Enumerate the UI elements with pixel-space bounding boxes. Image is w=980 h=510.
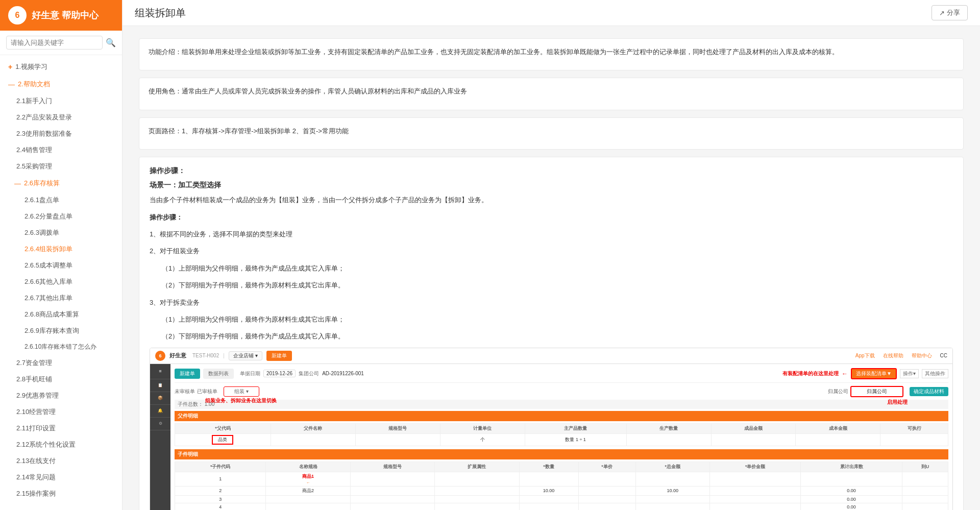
share-button[interactable]: ↗ 分享 [932,5,968,20]
ss-help-label: 在线帮助 [883,352,903,359]
ss-company-label: 归属公司 [828,388,848,395]
screenshot-container: 6 好生意 TEST-H002 | 企业店铺 ▾ 新建单 App下载 在线帮助 … [150,348,953,510]
scene1-desc: 当由多个子件材料组装成一个成品的业务为【组装】业务，当由一个父件拆分成多个子产品… [150,194,953,206]
step-1: 1、根据不同的业务，选择不同单据的类型来处理 [150,228,953,240]
sidebar-item-2-6-4[interactable]: 2.6.4组装拆卸单 [0,241,122,257]
content-body: 功能介绍：组装拆卸单用来处理企业组装或拆卸等加工业务，支持有固定装配清单的产品加… [122,26,980,510]
ss-upper-table: *父代码 父件名称 规格型号 计量单位 主产品数量 生产数量 成品金额 成本金额 [175,423,948,446]
table-row: 2 商品2 10.00 10.00 0.00 [175,486,948,495]
ss-sub-row2-c4 [435,486,519,495]
ss-sidebar: ≡ 📋 📦 🔔 ⚙ [150,364,170,510]
ss-store-select[interactable]: 企业店铺 ▾ [229,351,262,360]
step-3: 3、对于拆卖业务 [150,297,953,308]
sidebar-item-2-9[interactable]: 2.9优惠券管理 [0,387,122,404]
sidebar-item-2-8[interactable]: 2.8手机旺铺 [0,371,122,387]
sidebar-item-2-11[interactable]: 2.11打印设置 [0,420,122,436]
ss-group-label: 集团公司 [299,370,319,377]
ss-sub-row1-c7 [635,472,709,486]
ss-sys-code: TEST-H002 [192,353,219,358]
ss-parent-exec-cell [880,433,948,446]
ss-tab-list[interactable]: 数据列表 [203,369,234,379]
sidebar-item-2-14[interactable]: 2.14常见问题 [0,469,122,485]
sidebar-item-2-6-3[interactable]: 2.6.3调拨单 [0,225,122,241]
ss-sub-row2-c8 [709,486,800,495]
sidebar-item-docs[interactable]: — 2.帮助文档 [0,76,122,93]
sidebar-item-2-6-2[interactable]: 2.6.2分量盘点单 [0,208,122,225]
annotation-enable: 启用处理 [887,399,908,405]
table-row: 品类 个 数量 1 ÷ 1 [175,433,948,446]
sidebar-item-2-4[interactable]: 2.4销售管理 [0,142,122,158]
sidebar-item-2-15[interactable]: 2.15操作案例 [0,485,122,502]
ss-company-input[interactable]: 归属公司 [850,386,903,397]
sidebar-item-video[interactable]: + 1.视频学习 [0,58,122,76]
sidebar-item-2-2[interactable]: 2.2产品安装及登录 [0,109,122,126]
ss-sub-row2-c7: 10.00 [635,486,709,495]
ss-parent-name-cell [271,433,355,446]
ss-sub-col-4: 扩展属性 [435,462,519,472]
info-text-3: 页面路径：1、库存核算->库存管理->组装拆卸单 2、首页->常用功能 [149,125,954,137]
sidebar-item-2-6-7[interactable]: 2.6.7其他出库单 [0,290,122,306]
annotation-arrow-1: ← [842,370,848,377]
ss-sub-row2-c5: 10.00 [519,486,578,495]
ss-upper-section-header: 父件明细 [175,411,948,421]
ss-app-label: App下载 [855,352,875,359]
ss-sub-row2-c2: 商品2 [266,486,350,495]
ss-parent-qty2-cell [626,433,711,446]
topbar: 组装拆卸单 ↗ 分享 [122,0,980,26]
sidebar-item-label: 1.视频学习 [15,62,47,71]
sidebar-item-2-6-6[interactable]: 2.6.6其他入库单 [0,274,122,290]
ss-parent-qty1-cell: 数量 1 ÷ 1 [525,433,626,446]
ss-date-value[interactable]: 2019-12-26 [263,370,296,377]
sidebar-item-2-6-8[interactable]: 2.6.8商品成本重算 [0,306,122,323]
ss-tab-reviewed: 已审核单 [197,388,217,395]
sidebar-item-2-6-1[interactable]: 2.6.1盘点单 [0,192,122,208]
sidebar-item-2-10[interactable]: 2.10经营管理 [0,404,122,420]
ss-select-bom-btn[interactable]: 选择装配清单▼ [851,368,897,379]
ss-action-btn-1[interactable]: 操作▾ [900,369,919,378]
ss-parent-code-cell[interactable]: 品类 [212,435,233,445]
sidebar-item-2-7[interactable]: 2.7资金管理 [0,355,122,371]
info-text-1: 功能介绍：组装拆卸单用来处理企业组装或拆卸等加工业务，支持有固定装配清单的产品加… [149,46,954,58]
sidebar-item-2-6[interactable]: — 2.6库存核算 [0,175,122,192]
ss-sub-col-1: *子件代码 [175,462,266,472]
ss-col-1: *父代码 [175,423,271,433]
ss-col-7: 成品金额 [711,423,796,433]
ss-col-9: 可执行 [880,423,948,433]
sidebar-item-2-6-10[interactable]: 2.6.10库存账本错了怎么办 [0,339,122,355]
ss-tab-unreviewed: 未审核单 [175,388,195,395]
ss-action-btn-2[interactable]: 其他操作 [922,369,948,378]
info-text-2: 使用角色：通常由生产人员或库管人员完成拆装业务的操作，库管人员确认原材料的出库和… [149,85,954,97]
sidebar-header: 6 好生意 帮助中心 [0,0,122,31]
ss-type-select[interactable]: 组装 ▾ [224,386,259,397]
ss-tab-new[interactable]: 新建单 [175,369,200,379]
ss-sub-row1-c6 [578,472,635,486]
sidebar-item-2-12[interactable]: 2.12系统个性化设置 [0,436,122,453]
sidebar-item-2-6-5[interactable]: 2.6.5成本调整单 [0,257,122,274]
sidebar-item-2-13[interactable]: 2.13在线支付 [0,453,122,469]
ss-content: 新建单 数据列表 单据日期 2019-12-26 集团公司 AD-2019122… [170,364,952,510]
ss-sub-row2-c3 [350,486,434,495]
sidebar-item-2-3[interactable]: 2.3使用前数据准备 [0,126,122,142]
share-icon: ↗ [939,9,945,17]
ss-confirm-btn[interactable]: 确定成品材料 [910,387,948,396]
search-box: 🔍 [0,31,122,55]
ss-sub-col-8: *单价金额 [709,462,800,472]
sidebar-item-2-5[interactable]: 2.5采购管理 [0,158,122,175]
step-2: 2、对于组装业务 [150,245,953,257]
search-input[interactable] [6,36,103,50]
ss-col-5: 主产品数量 [525,423,626,433]
step-2-2: （2）下部明细为子件明细，最终作为原材料生成其它出库单。 [162,279,953,291]
annotation-bom: 有装配清单的在这里处理 [782,370,839,377]
sidebar-item-label: 2.帮助文档 [18,80,50,89]
sidebar-item-2-6-9[interactable]: 2.6.9库存账本查询 [0,323,122,339]
scene1-title: 场景一：加工类型选择 [150,181,953,190]
sidebar-item-2-1[interactable]: 2.1新手入门 [0,93,122,109]
search-icon[interactable]: 🔍 [106,38,116,47]
ss-sub-col-9: 累计出库数 [801,462,902,472]
ss-new-order-btn[interactable]: 新建单 [266,351,292,361]
ss-sub-col-7: *总金额 [635,462,709,472]
ss-main: ≡ 📋 📦 🔔 ⚙ [150,364,952,510]
ss-col-4: 计量单位 [440,423,525,433]
ss-parent-unit-cell: 个 [440,433,525,446]
annotation-type-switch: 组装业务、拆卸业务在这里切换 [205,397,277,404]
